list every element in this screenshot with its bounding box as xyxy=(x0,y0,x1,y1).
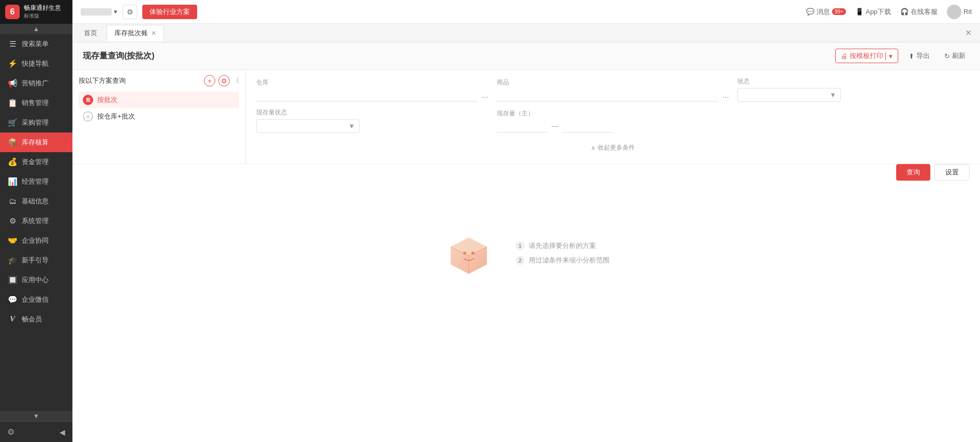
member-icon: V xyxy=(7,315,18,323)
add-scheme-button[interactable]: + xyxy=(204,75,215,86)
trial-button[interactable]: 体验行业方案 xyxy=(142,5,197,19)
product-filter-label: 商品 xyxy=(497,78,729,87)
avatar xyxy=(947,5,961,19)
sidebar-item-system[interactable]: ⚙ 系统管理 xyxy=(0,211,72,231)
sidebar-item-finance[interactable]: 💰 资金管理 xyxy=(0,152,72,172)
sidebar-item-label: 新手引导 xyxy=(22,256,49,265)
warehouse-input[interactable] xyxy=(256,89,478,101)
sidebar-collapse-icon[interactable]: ◀ xyxy=(60,428,65,436)
product-input-row: ... xyxy=(497,89,729,101)
page-header: 现存量查询(按批次) 🖨 按模板打印 ▾ ⬆ 导出 ↻ 刷新 xyxy=(72,42,980,70)
sidebar-item-purchase[interactable]: 🛒 采购管理 xyxy=(0,113,72,132)
sidebar-item-basic[interactable]: 🗂 基础信息 xyxy=(0,191,72,211)
sales-icon: 📋 xyxy=(7,98,18,108)
sidebar-item-enterprise[interactable]: 🤝 企业协同 xyxy=(0,231,72,251)
brand-version: 标准版 xyxy=(24,12,61,20)
sidebar-item-label: 经营管理 xyxy=(22,177,49,186)
collapse-more-label: 收起更多条件 xyxy=(598,143,635,152)
topbar-dropdown-arrow: ▾ xyxy=(114,8,117,16)
appcenter-icon: 🔲 xyxy=(7,275,18,285)
print-dropdown-arrow[interactable]: ▾ xyxy=(885,52,893,60)
filter-panel: 按以下方案查询 + ⚙ 《 批 按批次 ◎ 按仓库+批次 xyxy=(72,70,980,164)
query-button[interactable]: 查询 xyxy=(896,164,930,181)
topbar-gear-button[interactable]: ⚙ xyxy=(123,5,137,19)
topbar-left: ▾ ⚙ 体验行业方案 xyxy=(81,5,197,19)
sidebar-item-operation[interactable]: 📊 经营管理 xyxy=(0,172,72,191)
empty-tip-2-text: 用过滤条件来缩小分析范围 xyxy=(529,256,610,265)
sidebar-item-quicknav[interactable]: ⚡ 快捷导航 xyxy=(0,54,72,73)
headset-icon: 🎧 xyxy=(900,8,909,16)
warehouse-filter-label: 仓库 xyxy=(256,78,488,87)
sidebar: 6 畅康通好生意 标准版 ▲ ☰ 搜索菜单 ⚡ 快捷导航 📢 营销推广 📋 销售… xyxy=(0,0,72,442)
topbar-dropdown[interactable]: ▾ xyxy=(81,8,117,16)
finance-icon: 💰 xyxy=(7,157,18,167)
refresh-label: 刷新 xyxy=(952,51,966,61)
sidebar-item-newguide[interactable]: 🎓 新手引导 xyxy=(0,251,72,270)
sidebar-scroll-up[interactable]: ▲ xyxy=(0,24,72,34)
scheme-batch-icon: 批 xyxy=(83,95,93,105)
sidebar-footer: ⚙ ◀ xyxy=(0,421,72,442)
scheme-item-warehouse-batch[interactable]: ◎ 按仓库+批次 xyxy=(79,108,239,125)
inventory-qty-to[interactable] xyxy=(561,120,613,132)
empty-tip-1-text: 请先选择要分析的方案 xyxy=(529,241,596,251)
sidebar-item-sales[interactable]: 📋 销售管理 xyxy=(0,93,72,113)
gear-icon: ⚙ xyxy=(127,8,133,16)
tab-inventory-batch[interactable]: 库存批次账 ✕ xyxy=(107,25,164,41)
inventory-status-select[interactable]: ▼ xyxy=(256,119,360,133)
print-label: 按模板打印 xyxy=(850,51,883,61)
app-download-item[interactable]: 📱 App下载 xyxy=(855,7,891,17)
settings-button[interactable]: 设置 xyxy=(934,164,970,181)
sidebar-item-appcenter[interactable]: 🔲 应用中心 xyxy=(0,270,72,290)
scheme-settings-button[interactable]: ⚙ xyxy=(218,75,230,86)
newguide-icon: 🎓 xyxy=(7,256,18,265)
empty-tip-2: 2 用过滤条件来缩小分析范围 xyxy=(515,256,610,265)
purchase-icon: 🛒 xyxy=(7,118,18,127)
sidebar-item-marketing[interactable]: 📢 营销推广 xyxy=(0,73,72,93)
status-select[interactable]: ▼ xyxy=(737,88,841,102)
sidebar-item-label: 库存核算 xyxy=(22,138,49,147)
sidebar-item-member[interactable]: V 畅会员 xyxy=(0,310,72,329)
topbar-right: 💬 消息 99+ 📱 App下载 🎧 在线客服 Rit xyxy=(806,5,972,19)
page-title: 现存量查询(按批次) xyxy=(83,51,155,62)
product-input[interactable] xyxy=(497,89,718,101)
product-dots-button[interactable]: ... xyxy=(722,91,729,100)
status-dropdown-arrow: ▼ xyxy=(829,91,836,99)
collapse-more-button[interactable]: ∧ 收起更多条件 xyxy=(256,139,970,156)
online-service-item[interactable]: 🎧 在线客服 xyxy=(900,7,938,17)
warehouse-dots-button[interactable]: ... xyxy=(482,91,488,100)
search-nav-icon: ☰ xyxy=(7,39,18,49)
refresh-button[interactable]: ↻ 刷新 xyxy=(940,49,970,63)
collapse-up-icon: ∧ xyxy=(591,144,596,152)
sidebar-item-inventory[interactable]: 📦 库存核算 xyxy=(0,132,72,152)
scheme-item-batch[interactable]: 批 按批次 xyxy=(79,92,239,108)
sidebar-item-label: 营销推广 xyxy=(22,79,49,88)
print-button[interactable]: 🖨 按模板打印 ▾ xyxy=(835,49,898,63)
user-item[interactable]: Rit xyxy=(947,5,972,19)
topbar: ▾ ⚙ 体验行业方案 💬 消息 99+ 📱 App下载 🎧 在线客服 xyxy=(72,0,980,24)
sidebar-item-label: 资金管理 xyxy=(22,157,49,167)
sidebar-item-label: 快捷导航 xyxy=(22,59,49,68)
tab-close-icon[interactable]: ✕ xyxy=(151,30,156,36)
message-item[interactable]: 💬 消息 99+ xyxy=(806,7,846,17)
export-button[interactable]: ⬆ 导出 xyxy=(904,49,934,63)
sidebar-item-search[interactable]: ☰ 搜索菜单 xyxy=(0,34,72,54)
sidebar-nav: ☰ 搜索菜单 ⚡ 快捷导航 📢 营销推广 📋 销售管理 🛒 采购管理 📦 库存核… xyxy=(0,34,72,411)
sidebar-item-label: 系统管理 xyxy=(22,216,49,226)
sidebar-settings-icon[interactable]: ⚙ xyxy=(7,427,14,437)
svg-point-5 xyxy=(463,252,466,255)
tab-home[interactable]: 首页 xyxy=(77,25,105,41)
tabbar: 首页 库存批次账 ✕ ✕ xyxy=(72,24,980,42)
sidebar-item-wechat[interactable]: 💬 企业微信 xyxy=(0,290,72,310)
sidebar-scroll-down[interactable]: ▼ xyxy=(0,411,72,421)
quicknav-icon: ⚡ xyxy=(7,59,18,68)
filter-field-status: 状态 ▼ xyxy=(737,77,970,102)
svg-point-6 xyxy=(471,252,474,255)
warehouse-input-row: ... xyxy=(256,89,488,101)
inventory-qty-range: — xyxy=(497,120,729,132)
sidebar-header: 6 畅康通好生意 标准版 xyxy=(0,0,72,24)
inventory-qty-from[interactable] xyxy=(497,120,548,132)
filter-field-inventory-qty: 现存量（主） — xyxy=(497,109,729,132)
action-bar: 查询 设置 xyxy=(72,164,980,186)
collapse-left-icon[interactable]: 《 xyxy=(233,77,239,85)
tab-panel-close-icon[interactable]: ✕ xyxy=(961,28,976,38)
